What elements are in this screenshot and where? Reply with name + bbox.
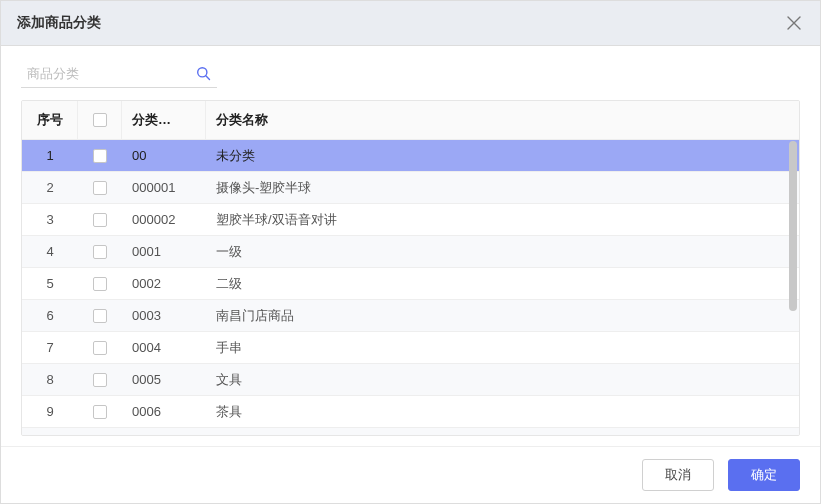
cell-seq: 8 xyxy=(22,372,78,387)
table-header-row: 序号 分类… 分类名称 xyxy=(22,101,799,139)
row-checkbox[interactable] xyxy=(93,341,107,355)
table-row[interactable]: 90006茶具 xyxy=(22,395,799,427)
dialog-body: 序号 分类… 分类名称 100未分类2000001摄像头-塑胶半球3000002… xyxy=(1,46,820,446)
cell-name: 文具 xyxy=(206,371,799,389)
cell-code: 0005 xyxy=(122,372,206,387)
cell-code: 00 xyxy=(122,148,206,163)
close-icon xyxy=(787,16,801,30)
row-checkbox[interactable] xyxy=(93,245,107,259)
row-checkbox[interactable] xyxy=(93,181,107,195)
dialog-footer: 取消 确定 xyxy=(1,446,820,503)
search-input[interactable] xyxy=(21,60,189,88)
row-checkbox[interactable] xyxy=(93,309,107,323)
row-checkbox[interactable] xyxy=(93,277,107,291)
table-row[interactable]: 100007布娃娃 xyxy=(22,427,799,435)
scrollbar-thumb[interactable] xyxy=(789,141,797,311)
cell-checkbox xyxy=(78,245,122,259)
cell-code: 000002 xyxy=(122,212,206,227)
cell-name: 布娃娃 xyxy=(206,435,799,436)
header-checkbox-cell xyxy=(78,101,122,139)
dialog-title: 添加商品分类 xyxy=(17,14,101,32)
cell-checkbox xyxy=(78,149,122,163)
table-row[interactable]: 70004手串 xyxy=(22,331,799,363)
cell-checkbox xyxy=(78,405,122,419)
table-row[interactable]: 40001一级 xyxy=(22,235,799,267)
cell-checkbox xyxy=(78,373,122,387)
cell-checkbox xyxy=(78,213,122,227)
cell-name: 茶具 xyxy=(206,403,799,421)
cell-code: 0001 xyxy=(122,244,206,259)
table-row[interactable]: 100未分类 xyxy=(22,139,799,171)
category-table: 序号 分类… 分类名称 100未分类2000001摄像头-塑胶半球3000002… xyxy=(21,100,800,436)
svg-line-1 xyxy=(205,76,209,80)
row-checkbox[interactable] xyxy=(93,149,107,163)
cell-checkbox xyxy=(78,277,122,291)
scrollbar-track xyxy=(789,141,797,433)
close-button[interactable] xyxy=(784,13,804,33)
cell-code: 000001 xyxy=(122,180,206,195)
cell-name: 二级 xyxy=(206,275,799,293)
cell-checkbox xyxy=(78,309,122,323)
cell-seq: 5 xyxy=(22,276,78,291)
table-row[interactable]: 3000002塑胶半球/双语音对讲 xyxy=(22,203,799,235)
cell-code: 0003 xyxy=(122,308,206,323)
table-body[interactable]: 100未分类2000001摄像头-塑胶半球3000002塑胶半球/双语音对讲40… xyxy=(22,139,799,435)
dialog: 添加商品分类 序号 分类… 分类名称 100未分类2000001摄像头-塑胶半球… xyxy=(0,0,821,504)
cell-name: 摄像头-塑胶半球 xyxy=(206,179,799,197)
cell-name: 一级 xyxy=(206,243,799,261)
cell-name: 南昌门店商品 xyxy=(206,307,799,325)
cell-code: 0006 xyxy=(122,404,206,419)
row-checkbox[interactable] xyxy=(93,373,107,387)
search-row xyxy=(21,60,800,88)
table-row[interactable]: 60003南昌门店商品 xyxy=(22,299,799,331)
cell-code: 0002 xyxy=(122,276,206,291)
cell-seq: 1 xyxy=(22,148,78,163)
header-code: 分类… xyxy=(122,101,206,139)
table-row[interactable]: 50002二级 xyxy=(22,267,799,299)
cancel-button[interactable]: 取消 xyxy=(642,459,714,491)
row-checkbox[interactable] xyxy=(93,405,107,419)
cell-checkbox xyxy=(78,341,122,355)
cell-name: 手串 xyxy=(206,339,799,357)
header-name: 分类名称 xyxy=(206,101,799,139)
row-checkbox[interactable] xyxy=(93,213,107,227)
cell-seq: 6 xyxy=(22,308,78,323)
cell-seq: 4 xyxy=(22,244,78,259)
cell-code: 0004 xyxy=(122,340,206,355)
cell-name: 未分类 xyxy=(206,147,799,165)
table-row[interactable]: 2000001摄像头-塑胶半球 xyxy=(22,171,799,203)
cell-checkbox xyxy=(78,181,122,195)
search-icon xyxy=(196,66,211,81)
table-row[interactable]: 80005文具 xyxy=(22,363,799,395)
cell-seq: 9 xyxy=(22,404,78,419)
header-checkbox[interactable] xyxy=(93,113,107,127)
confirm-button[interactable]: 确定 xyxy=(728,459,800,491)
search-button[interactable] xyxy=(189,60,217,88)
cell-seq: 3 xyxy=(22,212,78,227)
cell-seq: 7 xyxy=(22,340,78,355)
header-seq: 序号 xyxy=(22,101,78,139)
dialog-header: 添加商品分类 xyxy=(1,1,820,46)
cell-seq: 2 xyxy=(22,180,78,195)
cell-name: 塑胶半球/双语音对讲 xyxy=(206,211,799,229)
